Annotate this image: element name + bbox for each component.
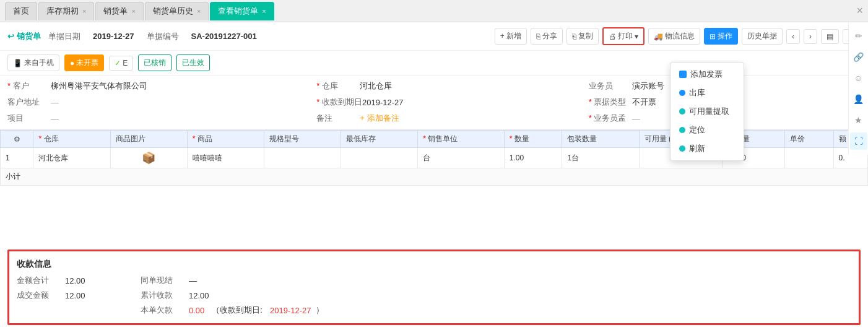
tab-bar: 首页 库存期初 × 销货单 × 销货单历史 × 查看销货单 × ×	[0, 0, 868, 22]
balance-label: 本单欠款	[141, 305, 184, 316]
tab-inventory-init[interactable]: 库存期初 ×	[38, 2, 94, 20]
ticket-type-label: 票据类型	[589, 97, 632, 108]
tab-history-close[interactable]: ×	[197, 7, 201, 15]
tab-home-label: 首页	[13, 6, 29, 17]
doc-number-value: SA-20191227-001	[191, 32, 257, 41]
same-settlement-label: 同单现结	[141, 275, 184, 286]
balance-item: 本单欠款 0.00 （收款到期日: 2019-12-27 ）	[141, 305, 851, 316]
truck-icon: 🚚	[654, 32, 663, 41]
payment-date-field: 收款到期日 2019-12-27	[316, 97, 588, 108]
window-close-button[interactable]: ×	[856, 4, 863, 17]
tab-sales-close[interactable]: ×	[131, 7, 135, 15]
right-sidebar: ✏ 🔗 ☺ 👤 ★ ⛶	[848, 22, 868, 155]
complete-button[interactable]: ✓ E	[109, 56, 133, 71]
new-button[interactable]: + 新增	[495, 28, 527, 45]
transaction-amount-item: 成交金额 12.00	[17, 290, 141, 301]
total-amount-value: 12.00	[65, 276, 85, 285]
customer-value: 柳州粤港平安气体有限公司	[51, 80, 279, 92]
tab-history-label: 销货单历史	[153, 6, 193, 17]
balance-value: 0.00	[189, 306, 204, 315]
tab-view-sales[interactable]: 查看销货单 ×	[210, 2, 274, 20]
refresh-dot-icon	[679, 145, 685, 152]
refresh-item[interactable]: 刷新	[671, 139, 744, 158]
ticket-icon: ●	[70, 59, 74, 67]
doc-date-label: 单据日期	[48, 31, 80, 42]
locate-label: 定位	[689, 124, 705, 136]
checkbox-icon	[679, 71, 687, 78]
project-value: —	[51, 114, 279, 123]
sidebar-fullscreen-icon[interactable]: ⛶	[850, 132, 867, 150]
doc-type-icon: ↩	[7, 32, 14, 41]
staff-value: 演示账号	[632, 80, 861, 92]
check-icon: ✓	[115, 59, 121, 67]
add-invoice-item[interactable]: 添加发票	[671, 65, 744, 84]
col-quantity: 数量	[504, 131, 562, 148]
total-amount-label: 金额合计	[17, 275, 60, 286]
voided-button[interactable]: 已核销	[138, 54, 171, 71]
copy-icon: ⎗	[572, 32, 576, 41]
print-button[interactable]: 🖨 打印 ▾	[602, 27, 644, 45]
transaction-amount-value: 12.00	[65, 291, 85, 300]
locate-dot-icon	[679, 127, 685, 133]
payment-date-label: 收款到期日	[316, 97, 362, 108]
effective-button[interactable]: 已生效	[176, 54, 210, 71]
sales-staff-label: 业务员孟	[589, 113, 632, 124]
add-invoice-label: 添加发票	[690, 69, 723, 80]
app-container: 首页 库存期初 × 销货单 × 销货单历史 × 查看销货单 × × ↩ 销货单	[0, 0, 868, 330]
product-image-icon: 📦	[142, 152, 155, 164]
customer-field: 客户 柳州粤港平安气体有限公司	[7, 80, 279, 92]
sidebar-star-icon[interactable]: ★	[850, 111, 867, 129]
sidebar-emotion-icon[interactable]: ☺	[850, 69, 867, 87]
copy-button[interactable]: ⎗ 复制	[566, 28, 599, 45]
project-field: 项目 —	[7, 113, 279, 124]
tab-sales-label: 销货单	[103, 6, 128, 17]
row-unit-price	[785, 148, 833, 168]
tab-sales-history[interactable]: 销货单历史 ×	[145, 2, 209, 20]
tab-view-close[interactable]: ×	[262, 7, 266, 15]
doc-type-badge: ↩ 销货单	[7, 31, 41, 42]
prev-button[interactable]: ‹	[786, 29, 800, 44]
address-field: 客户地址 —	[7, 97, 279, 108]
sidebar-link-icon[interactable]: 🔗	[850, 48, 867, 66]
col-pack-qty: 包装数量	[562, 131, 639, 148]
tab-sales-order[interactable]: 销货单 ×	[95, 2, 143, 20]
tab-home[interactable]: 首页	[5, 2, 37, 20]
payment-info-title: 收款信息	[17, 259, 851, 270]
operations-button[interactable]: ⊞ 操作	[704, 28, 738, 45]
payment-grid: 金额合计 12.00 同单现结 — 成交金额 12.00 累计收款 12.00	[17, 275, 851, 316]
tab-view-label: 查看销货单	[218, 6, 258, 17]
balance-note-end: ）	[316, 305, 324, 316]
col-spec: 规格型号	[264, 131, 341, 148]
row-min-stock	[341, 148, 418, 168]
history-records-button[interactable]: 历史单据	[742, 28, 783, 45]
payment-date-value: 2019-12-27	[362, 98, 589, 107]
view1-button[interactable]: ▤	[821, 29, 839, 44]
outbound-item[interactable]: 出库	[671, 84, 744, 102]
logistics-button[interactable]: 🚚 物流信息	[648, 28, 700, 45]
row-image: 📦	[110, 148, 187, 168]
doc-meta: 单据日期 2019-12-27 单据编号 SA-20191227-001	[48, 31, 257, 42]
col-unit-price: 单价	[785, 131, 833, 148]
project-label: 项目	[7, 113, 51, 124]
row-warehouse: 河北仓库	[33, 148, 110, 168]
share-button[interactable]: ⎘ 分享	[531, 28, 563, 45]
staff-label: 业务员	[589, 80, 632, 92]
sidebar-user-icon[interactable]: 👤	[850, 90, 867, 108]
add-remark-btn[interactable]: + 添加备注	[360, 113, 588, 124]
ops-icon: ⊞	[710, 32, 716, 41]
phone-icon: 📱	[13, 59, 22, 67]
from-phone-button[interactable]: 📱 来自手机	[7, 54, 59, 71]
available-fetch-item[interactable]: 可用量提取	[671, 102, 744, 121]
locate-item[interactable]: 定位	[671, 121, 744, 139]
tab-inventory-close[interactable]: ×	[82, 7, 86, 15]
col-settings[interactable]: ⚙	[1, 131, 33, 148]
cumulative-payment-value: 12.00	[189, 291, 209, 300]
next-button[interactable]: ›	[804, 29, 817, 44]
doc-header: ↩ 销货单 单据日期 2019-12-27 单据编号 SA-20191227-0…	[0, 22, 868, 51]
sidebar-edit-icon[interactable]: ✏	[850, 27, 867, 45]
same-settlement-item: 同单现结 —	[141, 275, 264, 286]
tab-inventory-label: 库存期初	[46, 6, 79, 17]
not-open-button[interactable]: ● 未开票	[64, 54, 104, 71]
outbound-label: 出库	[689, 87, 705, 98]
available-dot-icon	[679, 108, 685, 115]
